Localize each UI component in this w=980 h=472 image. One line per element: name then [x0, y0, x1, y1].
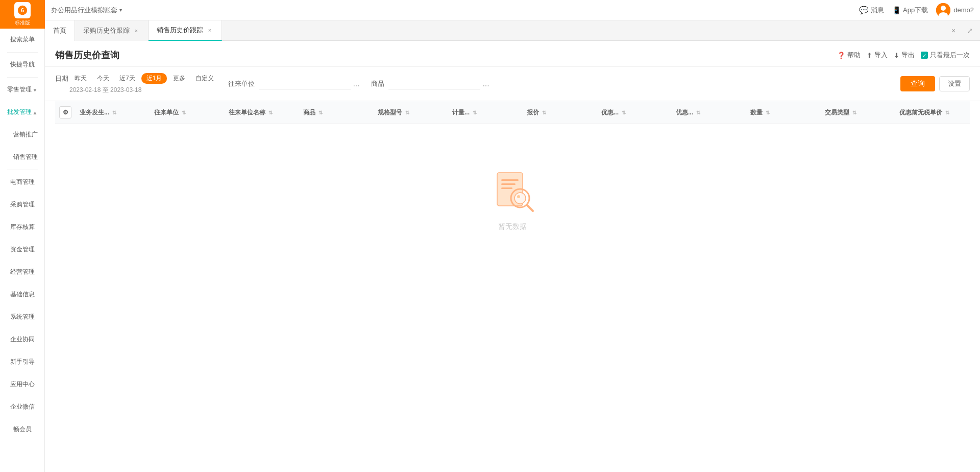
- table-head: ⚙ 业务发生... ⇅ 往来单位 ⇅ 往来单位名称 ⇅: [55, 101, 970, 124]
- sidebar-item-enterprise-wechat[interactable]: 企业微信: [0, 396, 45, 418]
- date-btn-7days[interactable]: 近7天: [115, 73, 139, 84]
- sidebar: 6 标准版 搜索菜单 快捷导航 零售管理 ▼ 批发管理 ▲ 营销推广 销售管理 …: [0, 0, 45, 472]
- svg-point-3: [941, 6, 946, 11]
- tab-sales-history[interactable]: 销售历史价跟踪 ×: [149, 20, 222, 41]
- date-btn-custom[interactable]: 自定义: [191, 73, 218, 84]
- goods-filter-group: 商品 ...: [371, 78, 491, 89]
- user-avatar: [936, 3, 950, 17]
- user-profile-action[interactable]: demo2: [936, 3, 974, 17]
- sidebar-item-purchase-mgmt[interactable]: 采购管理: [0, 194, 45, 216]
- sidebar-item-retail-mgmt[interactable]: 零售管理 ▼: [0, 79, 45, 101]
- topbar-title: 办公用品行业模拟账套 ▾: [51, 6, 855, 15]
- tab-close-sales[interactable]: ×: [206, 27, 213, 34]
- empty-image: [487, 165, 538, 216]
- topbar-dropdown-icon[interactable]: ▾: [119, 7, 122, 13]
- table-wrap: ⚙ 业务发生... ⇅ 往来单位 ⇅ 往来单位名称 ⇅: [45, 101, 980, 472]
- sort-partner-name-icon[interactable]: ⇅: [268, 110, 273, 115]
- only-last-checkbox[interactable]: [921, 52, 928, 59]
- table-col-quantity: 数量 ⇅: [746, 101, 821, 124]
- help-icon: ❓: [837, 52, 845, 59]
- sidebar-item-marketing[interactable]: 营销推广: [0, 124, 45, 146]
- topbar: 办公用品行业模拟账套 ▾ 💬 消息 📱 App下载 de: [45, 0, 980, 20]
- svg-point-10: [514, 193, 526, 204]
- table-col-business-date: 业务发生... ⇅: [76, 101, 150, 124]
- sidebar-item-system-mgmt[interactable]: 系统管理: [0, 306, 45, 328]
- export-action[interactable]: ⬇ 导出: [894, 51, 915, 60]
- sort-pre-tax-price-icon[interactable]: ⇅: [945, 110, 949, 115]
- sidebar-item-quick-nav[interactable]: 快捷导航: [0, 54, 45, 76]
- table-col-price: 报价 ⇅: [523, 101, 597, 124]
- goods-input[interactable]: [388, 78, 480, 89]
- sidebar-item-operations[interactable]: 经营管理: [0, 261, 45, 284]
- sort-business-date-icon[interactable]: ⇅: [112, 110, 116, 115]
- close-all-tabs-button[interactable]: ×: [947, 25, 960, 37]
- date-buttons: 日期 昨天 今天 近7天 近1月 更多 自定义: [55, 73, 218, 84]
- sidebar-divider-1: [7, 52, 38, 53]
- table-col-trade-type: 交易类型 ⇅: [821, 101, 895, 124]
- table-col-goods: 商品 ⇅: [299, 101, 374, 124]
- date-btn-more[interactable]: 更多: [169, 73, 189, 84]
- logo-text: 标准版: [15, 19, 30, 27]
- table-col-discount2: 优惠... ⇅: [672, 101, 746, 124]
- tab-home[interactable]: 首页: [45, 20, 75, 41]
- settings-button[interactable]: 设置: [939, 76, 970, 91]
- sort-price-icon[interactable]: ⇅: [542, 110, 546, 115]
- table-col-partner: 往来单位 ⇅: [150, 101, 225, 124]
- partner-filter-group: 往来单位 ...: [228, 78, 361, 89]
- goods-input-wrap: ...: [388, 78, 491, 89]
- sidebar-item-member[interactable]: 畅会员: [0, 418, 45, 441]
- svg-text:6: 6: [20, 7, 23, 13]
- partner-search-icon[interactable]: ...: [353, 79, 359, 88]
- fullscreen-button[interactable]: ⤢: [964, 25, 976, 37]
- only-last-action[interactable]: 只看最后一次: [921, 51, 970, 60]
- sidebar-item-newbie[interactable]: 新手引导: [0, 351, 45, 373]
- table-col-partner-name: 往来单位名称 ⇅: [225, 101, 299, 124]
- tab-purchase-history[interactable]: 采购历史价跟踪 ×: [75, 20, 149, 41]
- date-btn-yesterday[interactable]: 昨天: [70, 73, 91, 84]
- goods-search-icon[interactable]: ...: [482, 79, 489, 88]
- message-action[interactable]: 💬 消息: [859, 6, 884, 15]
- sidebar-item-basic-info[interactable]: 基础信息: [0, 284, 45, 306]
- help-action[interactable]: ❓ 帮助: [837, 51, 861, 60]
- app-download-icon: 📱: [892, 6, 901, 14]
- date-filter-group: 日期 昨天 今天 近7天 近1月 更多 自定义 2023-02-18 至 202…: [55, 73, 218, 95]
- message-icon: 💬: [859, 6, 869, 15]
- tab-close-purchase[interactable]: ×: [133, 27, 140, 34]
- date-btn-today[interactable]: 今天: [93, 73, 113, 84]
- app-logo[interactable]: 6 标准版: [0, 0, 45, 29]
- sort-goods-icon[interactable]: ⇅: [318, 110, 323, 115]
- sort-partner-icon[interactable]: ⇅: [182, 110, 186, 115]
- date-btn-1month[interactable]: 近1月: [141, 73, 167, 84]
- partner-input[interactable]: [259, 78, 351, 89]
- partner-label: 往来单位: [228, 79, 255, 88]
- sort-quantity-icon[interactable]: ⇅: [766, 110, 770, 115]
- query-button[interactable]: 查询: [900, 76, 935, 91]
- sidebar-item-finance[interactable]: 资金管理: [0, 239, 45, 261]
- import-action[interactable]: ⬆ 导入: [867, 51, 888, 60]
- retail-arrow-icon: ▼: [33, 87, 38, 93]
- empty-text: 暂无数据: [498, 222, 527, 231]
- sidebar-item-sales-mgmt[interactable]: 销售管理: [0, 146, 45, 169]
- sidebar-item-app-center[interactable]: 应用中心: [0, 373, 45, 396]
- date-label: 日期: [55, 74, 68, 83]
- sidebar-item-inventory[interactable]: 库存核算: [0, 216, 45, 239]
- tabbar: 首页 采购历史价跟踪 × 销售历史价跟踪 × × ⤢: [45, 20, 980, 41]
- column-settings-button[interactable]: ⚙: [59, 106, 71, 119]
- sort-spec-icon[interactable]: ⇅: [405, 110, 409, 115]
- sidebar-item-wholesale-mgmt[interactable]: 批发管理 ▲: [0, 101, 45, 124]
- sort-discount1-icon[interactable]: ⇅: [622, 110, 626, 115]
- sidebar-item-enterprise[interactable]: 企业协同: [0, 328, 45, 351]
- sidebar-item-search-menu[interactable]: 搜索菜单: [0, 29, 45, 51]
- topbar-actions: 💬 消息 📱 App下载 demo2: [859, 3, 974, 17]
- sidebar-divider-2: [7, 77, 38, 78]
- table-col-unit: 计量... ⇅: [448, 101, 523, 124]
- sidebar-item-ecommerce[interactable]: 电商管理: [0, 171, 45, 194]
- page-header-actions: ❓ 帮助 ⬆ 导入 ⬇ 导出 只看最后一次: [837, 51, 970, 60]
- table-col-settings: ⚙: [55, 101, 76, 124]
- sort-trade-type-icon[interactable]: ⇅: [852, 110, 856, 115]
- page-header: 销售历史价查询 ❓ 帮助 ⬆ 导入 ⬇ 导出 只看最后一次: [45, 41, 980, 67]
- sort-discount2-icon[interactable]: ⇅: [696, 110, 700, 115]
- sort-unit-icon[interactable]: ⇅: [473, 110, 477, 115]
- filter-bar: 日期 昨天 今天 近7天 近1月 更多 自定义 2023-02-18 至 202…: [45, 67, 980, 101]
- app-download-action[interactable]: 📱 App下载: [892, 6, 928, 15]
